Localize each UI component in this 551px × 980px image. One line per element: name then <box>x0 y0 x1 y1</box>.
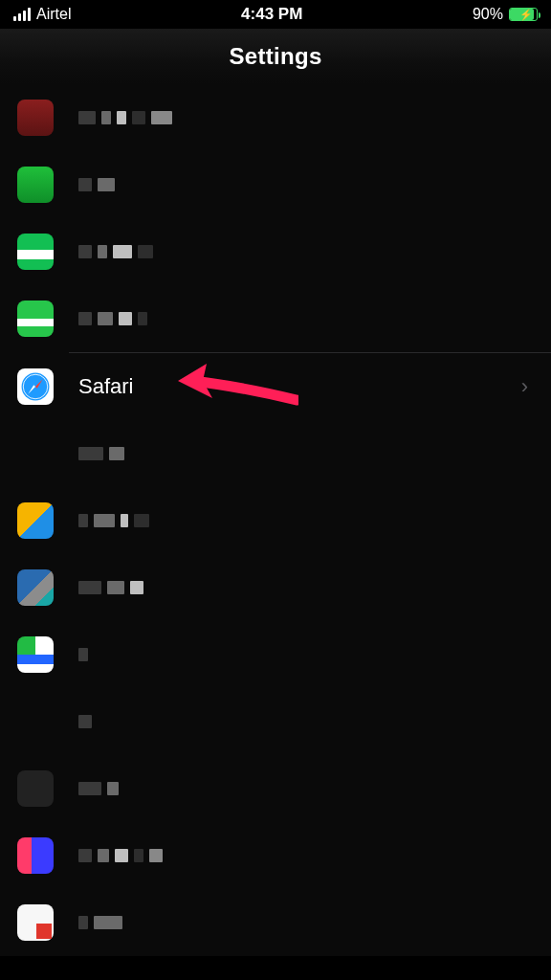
safari-icon <box>17 368 54 405</box>
app-icon-redacted <box>17 770 54 807</box>
app-icon-redacted <box>17 301 54 337</box>
redacted-label <box>78 916 122 929</box>
app-icon-redacted <box>17 100 54 136</box>
settings-row[interactable] <box>0 554 551 621</box>
settings-row[interactable] <box>0 84 551 151</box>
app-icon-redacted <box>17 636 54 673</box>
app-icon-redacted <box>17 569 54 606</box>
settings-row[interactable] <box>0 889 551 956</box>
redacted-label <box>78 111 172 124</box>
app-icon-redacted <box>17 435 54 472</box>
redacted-label <box>78 581 143 594</box>
app-icon-redacted <box>17 837 54 874</box>
settings-list: Safari› <box>0 84 551 956</box>
settings-row[interactable] <box>0 285 551 352</box>
redacted-label <box>78 312 147 325</box>
app-icon-redacted <box>17 703 54 740</box>
carrier-name: Airtel <box>36 6 71 23</box>
nav-header: Settings <box>0 29 551 84</box>
chevron-right-icon: › <box>521 374 528 399</box>
app-icon-redacted <box>17 904 54 941</box>
redacted-label <box>78 447 124 460</box>
page-title: Settings <box>229 43 321 70</box>
redacted-label <box>78 514 149 527</box>
redacted-label <box>78 715 92 728</box>
redacted-label <box>78 648 88 661</box>
status-time: 4:43 PM <box>241 5 302 24</box>
signal-icon <box>13 8 31 21</box>
redacted-label <box>78 178 115 191</box>
settings-row[interactable] <box>0 621 551 688</box>
redacted-label <box>78 782 119 795</box>
settings-row[interactable] <box>0 487 551 554</box>
settings-row[interactable] <box>0 822 551 889</box>
app-icon-redacted <box>17 234 54 270</box>
settings-row[interactable] <box>0 688 551 755</box>
app-icon-redacted <box>17 167 54 203</box>
app-icon-redacted <box>17 502 54 539</box>
status-bar: Airtel 4:43 PM 90% ⚡ <box>0 0 551 29</box>
redacted-label <box>78 849 163 862</box>
row-label: Safari <box>78 374 133 399</box>
battery-icon: ⚡ <box>509 8 538 21</box>
settings-row[interactable] <box>0 218 551 285</box>
battery-percent: 90% <box>473 6 503 23</box>
settings-row[interactable] <box>0 151 551 218</box>
redacted-label <box>78 245 153 258</box>
settings-row-safari[interactable]: Safari› <box>0 353 551 420</box>
settings-row[interactable] <box>0 420 551 487</box>
settings-row[interactable] <box>0 755 551 822</box>
